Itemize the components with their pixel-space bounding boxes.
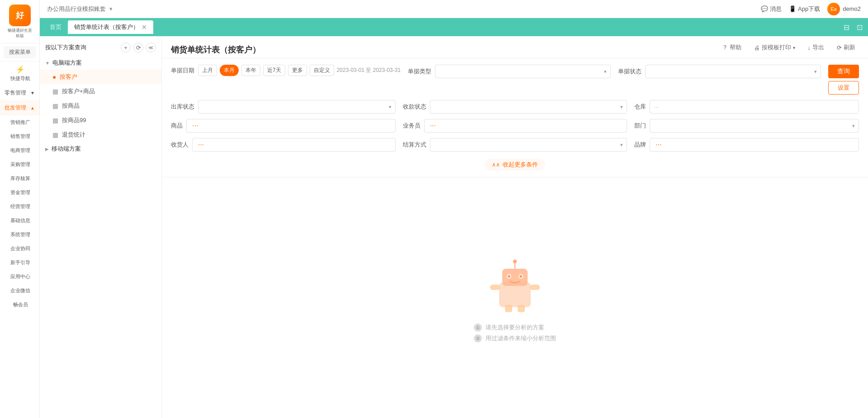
collapse-filter-button[interactable]: ∧∧ 收起更多条件 xyxy=(485,159,545,171)
sidebar: 好 畅捷通好生意 标版 搜索菜单 ⚡ 快捷导航 零售管理 ▼ 批发管理 ▲ 营销… xyxy=(0,0,40,418)
sidebar-item-wholesale[interactable]: 批发管理 ▲ xyxy=(0,100,39,115)
doc-type-label: 单据类型 xyxy=(408,67,431,76)
scheme-item-by-customer[interactable]: ● 按客户 xyxy=(40,70,161,84)
payment-filter: 结算方式 ▾ xyxy=(403,138,627,152)
download-icon: 📱 xyxy=(789,5,796,12)
scheme-item-by-goods[interactable]: ▦ 按商品 xyxy=(40,99,161,113)
sidebar-item-enterprise[interactable]: 企业协同 xyxy=(0,242,39,256)
sidebar-item-system[interactable]: 系统管理 xyxy=(0,228,39,242)
goods-select[interactable]: ··· xyxy=(186,119,396,133)
salesperson-select[interactable]: ··· xyxy=(424,119,627,133)
tabbar-actions: ⊟ ⊡ xyxy=(842,21,864,33)
messages-button[interactable]: 💬 消息 xyxy=(761,5,782,13)
doc-type-select[interactable]: ▾ xyxy=(435,65,611,78)
sidebar-item-newbie[interactable]: 新手引导 xyxy=(0,256,39,270)
topbar-right: 💬 消息 📱 App下载 Ea demo2 xyxy=(761,3,861,15)
filter-row-4: 收货人 ··· 结算方式 ▾ 品牌 xyxy=(171,138,859,152)
sidebar-item-label: 经营管理 xyxy=(10,203,30,210)
sidebar-item-purchase[interactable]: 采购管理 xyxy=(0,157,39,171)
export-button[interactable]: ↓ 导出 xyxy=(804,42,828,53)
scheme-item-label: 退货统计 xyxy=(62,131,85,139)
sidebar-item-basic[interactable]: 基础信息 xyxy=(0,214,39,228)
warehouse-select[interactable]: ··· xyxy=(650,100,859,114)
refresh-icon: ⟳ xyxy=(837,44,842,51)
date-custom-button[interactable]: 自定义 xyxy=(310,65,334,76)
scheme-item-return-stat[interactable]: ▦ 退货统计 xyxy=(40,128,161,142)
app-download-button[interactable]: 📱 App下载 xyxy=(789,5,820,13)
sidebar-item-label: 零售管理 xyxy=(5,89,26,97)
chevron-down-icon: ▾ xyxy=(620,142,623,148)
scheme-group-header-mobile[interactable]: ▶ 移动端方案 xyxy=(40,142,161,156)
hint-number-2: ② xyxy=(474,334,482,342)
user-menu-button[interactable]: Ea demo2 xyxy=(827,3,861,15)
search-menu-section: 搜索菜单 xyxy=(0,43,39,62)
sidebar-item-finance[interactable]: 资金管理 xyxy=(0,185,39,200)
print-button[interactable]: 🖨 按模板打印 ▾ xyxy=(750,42,799,53)
add-scheme-button[interactable]: + xyxy=(121,43,131,52)
sidebar-item-inventory[interactable]: 库存核算 xyxy=(0,171,39,185)
chevron-down-icon: ▾ xyxy=(109,5,113,12)
search-menu-button[interactable]: 搜索菜单 xyxy=(4,46,36,58)
sidebar-item-label: 资金管理 xyxy=(10,189,30,196)
sidebar-item-quick-nav[interactable]: ⚡ 快捷导航 xyxy=(0,62,39,86)
sidebar-item-operations[interactable]: 经营管理 xyxy=(0,200,39,214)
receipt-status-select[interactable]: ▾ xyxy=(430,100,627,114)
chevron-up-icon: ∧∧ xyxy=(492,162,500,168)
page-header: 销货单统计表（按客户） ？ 帮助 🖨 按模板打印 ▾ ↓ 导出 xyxy=(162,36,868,58)
goods-dots: ··· xyxy=(190,122,200,130)
active-scheme-icon: ● xyxy=(52,73,56,81)
sidebar-item-label: 基础信息 xyxy=(10,217,30,224)
account-selector[interactable]: 办公用品行业模拟账套 xyxy=(47,5,106,13)
scheme-item-label: 按客户 xyxy=(60,73,77,81)
scheme-group-header-desktop[interactable]: ▼ 电脑端方案 xyxy=(40,56,161,70)
refresh-scheme-button[interactable]: ⟳ xyxy=(133,43,143,52)
date-more-button[interactable]: 更多 xyxy=(288,65,307,76)
date-this-year-button[interactable]: 本年 xyxy=(241,65,260,76)
sidebar-item-ecommerce[interactable]: 电商管理 xyxy=(0,143,39,157)
help-button[interactable]: ？ 帮助 xyxy=(718,42,745,53)
goods-filter: 商品 ··· xyxy=(171,119,396,133)
tab-minimize-button[interactable]: ⊟ xyxy=(842,21,851,33)
page-header-actions: ？ 帮助 🖨 按模板打印 ▾ ↓ 导出 ⟳ 刷新 xyxy=(718,42,859,58)
sidebar-item-apps[interactable]: 应用中心 xyxy=(0,270,39,284)
tab-sales-stat[interactable]: 销货单统计表（按客户） ✕ xyxy=(68,20,153,34)
scheme-item-goods-99[interactable]: ▦ 按商品99 xyxy=(40,113,161,128)
tab-label: 销货单统计表（按客户） xyxy=(74,23,139,31)
scheme-item-customer-goods[interactable]: ▦ 按客户+商品 xyxy=(40,84,161,99)
chevron-down-icon: ▾ xyxy=(814,69,817,75)
tab-home[interactable]: 首页 xyxy=(43,20,68,34)
doc-status-select[interactable]: ▾ xyxy=(645,65,821,78)
refresh-button[interactable]: ⟳ 刷新 xyxy=(833,42,859,53)
print-dropdown-icon: ▾ xyxy=(793,45,795,50)
brand-select[interactable]: ··· xyxy=(650,138,859,152)
sidebar-item-wechat[interactable]: 企业微信 xyxy=(0,284,39,298)
collapse-scheme-button[interactable]: ≪ xyxy=(146,43,156,52)
tab-close-icon[interactable]: ✕ xyxy=(142,24,147,31)
dept-select[interactable]: ▾ xyxy=(650,119,859,133)
right-panel: 销货单统计表（按客户） ？ 帮助 🖨 按模板打印 ▾ ↓ 导出 xyxy=(162,36,868,418)
payment-label: 结算方式 xyxy=(403,141,426,149)
query-button[interactable]: 查询 xyxy=(828,65,859,78)
sidebar-item-member[interactable]: 畅会员 xyxy=(0,298,39,312)
brand-label: 品牌 xyxy=(634,141,646,149)
salesperson-filter: 业务员 ··· xyxy=(403,119,627,133)
payment-select[interactable]: ▾ xyxy=(430,138,627,152)
salesperson-label: 业务员 xyxy=(403,122,420,130)
sidebar-item-retail[interactable]: 零售管理 ▼ xyxy=(0,86,39,100)
sidebar-item-sales[interactable]: 销售管理 xyxy=(0,129,39,143)
settings-button[interactable]: 设置 xyxy=(828,81,859,95)
tab-maximize-button[interactable]: ⊡ xyxy=(855,21,864,33)
date-last-month-button[interactable]: 上月 xyxy=(198,65,217,76)
date-last7days-button[interactable]: 近7天 xyxy=(263,65,285,76)
sidebar-item-label: 电商管理 xyxy=(10,147,30,154)
sidebar-item-marketing[interactable]: 营销推广 xyxy=(0,115,39,129)
date-this-month-button[interactable]: 本月 xyxy=(220,65,239,76)
receipt-status-filter: 收款状态 ▾ xyxy=(403,100,627,114)
consignee-filter: 收货人 ··· xyxy=(171,138,396,152)
scheme-item-label: 按商品99 xyxy=(62,116,86,124)
sidebar-item-label: 新手引导 xyxy=(10,259,30,266)
out-status-select[interactable]: ▾ xyxy=(198,100,396,114)
consignee-select[interactable]: ··· xyxy=(192,138,396,152)
print-icon: 🖨 xyxy=(754,44,760,51)
brand-filter: 品牌 ··· xyxy=(634,138,859,152)
